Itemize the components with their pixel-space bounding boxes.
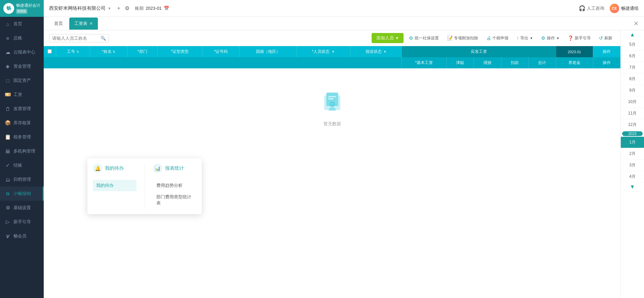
- sidebar-item-archive[interactable]: 🗂 归档管理: [0, 172, 44, 187]
- tab-close-icon[interactable]: ✕: [89, 21, 93, 26]
- sort-no-icon[interactable]: ⇅: [76, 50, 79, 54]
- add-dropdown-icon: ▼: [395, 36, 399, 40]
- sidebar-item-multi-org[interactable]: 🏛 多机构管理: [0, 144, 44, 158]
- th-deduct: 扣款: [501, 57, 528, 68]
- sort-name-icon[interactable]: ⇅: [113, 50, 115, 54]
- username-label: 畅捷通组: [621, 5, 639, 11]
- sidebar-label-checkout: 结账: [13, 162, 22, 168]
- th-total: 合计: [529, 57, 556, 68]
- search-icon[interactable]: 🔍: [101, 36, 106, 41]
- sidebar-item-fixed-assets[interactable]: □ 固定资产: [0, 73, 44, 88]
- month-item-9[interactable]: 9月: [621, 85, 644, 96]
- user-menu[interactable]: CE 畅捷通组: [610, 4, 639, 13]
- sidebar-item-checkout[interactable]: ✓ 结账: [0, 158, 44, 172]
- logo-tag: 旗舰版: [16, 9, 27, 14]
- sidebar-item-basic[interactable]: ⚙ 基础设置: [0, 201, 44, 215]
- period-selector: 账期 2023-01 📅: [135, 5, 169, 11]
- th-pension: 养老金: [556, 57, 593, 68]
- report-header-icon: 📊: [153, 164, 162, 173]
- sidebar-item-member[interactable]: V 畅会员: [0, 229, 44, 243]
- member-icon: V: [5, 233, 11, 239]
- svg-text:?: ?: [331, 102, 333, 106]
- sidebar-item-home[interactable]: ⌂ 首页: [0, 17, 44, 31]
- sidebar-item-inventory[interactable]: 📦 库存核算: [0, 116, 44, 130]
- sidebar-item-xiaochang[interactable]: G 小畅报销: [0, 187, 44, 201]
- svg-rect-3: [328, 98, 334, 99]
- sidebar-item-salary[interactable]: 💴 工资: [0, 88, 44, 102]
- month-item-3[interactable]: 3月: [621, 160, 644, 171]
- month-item-5[interactable]: 5月: [621, 39, 644, 51]
- social-insurance-button[interactable]: ⚙ 统一社保设置: [406, 34, 442, 42]
- report-filter-icon[interactable]: ▼: [383, 50, 387, 54]
- guide-button[interactable]: ❓ 新手引导: [565, 34, 594, 42]
- export-button[interactable]: ↑ 导出 ▼: [514, 34, 536, 42]
- month-item-8[interactable]: 8月: [621, 73, 644, 85]
- status-filter-icon[interactable]: ▼: [332, 50, 335, 54]
- calendar-icon[interactable]: 📅: [164, 6, 169, 11]
- sidebar-label-guide: 新手引导: [13, 219, 31, 225]
- ops-button[interactable]: ⚙ 操作 ▼: [538, 34, 562, 42]
- month-item-10[interactable]: 10月: [621, 96, 644, 108]
- th-allowance: 津贴: [447, 57, 474, 68]
- month-nav-down[interactable]: ▼: [621, 183, 644, 191]
- month-item-6[interactable]: 6月: [621, 51, 644, 62]
- year-tag-2023: 2023: [622, 131, 643, 136]
- tax-report-button[interactable]: 🖨 个税申报: [484, 34, 511, 42]
- sidebar-label-ledger: 总账: [13, 35, 22, 41]
- export-icon: ↑: [517, 35, 519, 41]
- month-item-7[interactable]: 7月: [621, 62, 644, 73]
- th-base: *基本工资: [402, 57, 446, 68]
- special-deduct-button[interactable]: 📝 专项附加扣除: [444, 34, 481, 42]
- tab-home[interactable]: 首页: [49, 18, 68, 30]
- sidebar-item-tax[interactable]: 📋 税务管理: [0, 130, 44, 144]
- sidebar-logo: 畅 畅捷通好会计 旗舰版: [0, 0, 44, 17]
- month-item-1[interactable]: 1月: [621, 137, 644, 148]
- add-company-button[interactable]: ＋: [116, 5, 121, 12]
- dropdown-section: 🔔 我的待办 我的待办 📊 报表统计 费用趋势分析: [93, 164, 196, 209]
- export-arrow-icon: ▼: [530, 36, 533, 40]
- th-actions: 操作: [593, 46, 620, 57]
- period-label: 账期: [135, 5, 144, 11]
- sidebar-item-invoice[interactable]: 🗒 发票管理: [0, 102, 44, 116]
- th-salary-group: 应发工资: [402, 46, 556, 57]
- dropdown-item-dept-report[interactable]: 部门费用类型统计表: [153, 191, 197, 209]
- refresh-icon: ↺: [599, 35, 603, 41]
- salary-icon: 💴: [5, 92, 11, 98]
- th-id-no: *证号码: [202, 46, 240, 57]
- month-nav-up[interactable]: ▲: [621, 30, 644, 39]
- sidebar-item-guide[interactable]: ▷ 新手引导: [0, 215, 44, 229]
- company-selector[interactable]: 西安虾米网络科技有限公司 ▼: [49, 5, 111, 11]
- add-employee-label: 添加人员: [376, 35, 394, 41]
- salary-table: 工号 ⇅ *姓名 ⇅ *部门 *证型类型 *证号码 国籍（地区）: [44, 46, 620, 68]
- sidebar-item-ledger[interactable]: ≡ 总账: [0, 31, 44, 45]
- search-input[interactable]: [52, 36, 99, 41]
- add-employee-button[interactable]: 添加人员 ▼: [372, 33, 404, 43]
- service-button[interactable]: 🎧 人工咨询: [579, 5, 604, 11]
- special-icon: 📝: [447, 35, 453, 41]
- month-item-12[interactable]: 12月: [621, 119, 644, 131]
- close-all-tabs-icon[interactable]: ✕: [634, 20, 639, 27]
- empty-text: 暂无数据: [324, 121, 341, 127]
- sidebar-item-fund[interactable]: ◈ 资金管理: [0, 59, 44, 73]
- checkout-icon: ✓: [5, 162, 11, 168]
- month-panel: ▲ 5月 6月 7月 8月 9月 10月 11月 12月 2023 1月 2月 …: [620, 30, 644, 298]
- salary-toolbar: 🔍 添加人员 ▼ ⚙ 统一社保设置 📝 专项附加扣除: [44, 30, 620, 46]
- settings-icon[interactable]: ⚙: [125, 5, 129, 11]
- company-dropdown-icon: ▼: [108, 6, 111, 10]
- refresh-button[interactable]: ↺ 刷新: [596, 34, 615, 42]
- invoice-icon: 🗒: [5, 106, 11, 112]
- sidebar-label-tax: 税务管理: [13, 134, 31, 140]
- month-item-2[interactable]: 2月: [621, 148, 644, 160]
- dropdown-item-cost-trend[interactable]: 费用趋势分析: [153, 180, 197, 191]
- sidebar-label-cloud: 云报表中心: [13, 49, 35, 55]
- month-item-11[interactable]: 11月: [621, 108, 644, 119]
- dropdown-item-todo[interactable]: 我的待办: [93, 180, 137, 191]
- select-all-checkbox[interactable]: [47, 49, 52, 54]
- headset-icon: 🎧: [579, 5, 585, 11]
- tab-salary-label: 工资表: [74, 21, 87, 27]
- month-item-4[interactable]: 4月: [621, 171, 644, 183]
- topbar-right: 🎧 人工咨询 CE 畅捷通组: [579, 4, 639, 13]
- tab-salary-table[interactable]: 工资表 ✕: [69, 18, 98, 30]
- sidebar-label-member: 畅会员: [13, 233, 27, 239]
- sidebar-item-cloud[interactable]: ☁ 云报表中心: [0, 45, 44, 59]
